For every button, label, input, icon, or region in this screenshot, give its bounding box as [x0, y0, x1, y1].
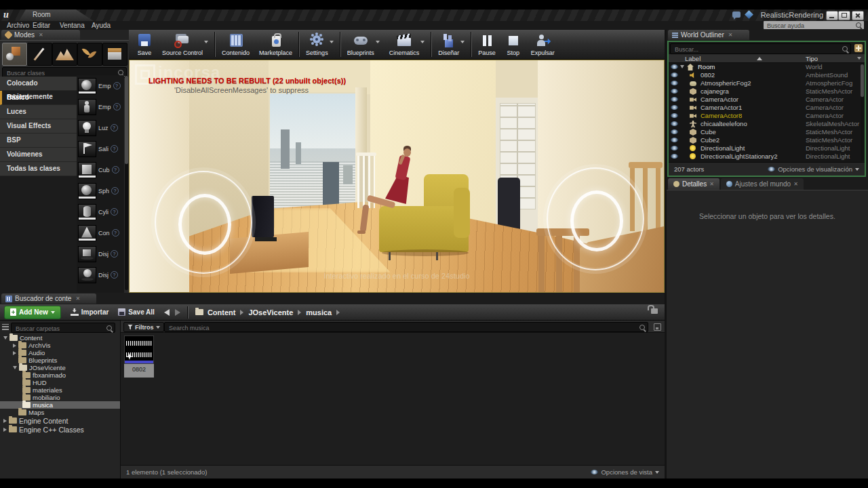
place-item-cylinder[interactable]: Cyli? — [77, 201, 124, 222]
add-new-button[interactable]: Add New — [4, 306, 61, 319]
menu-editar[interactable]: Editar — [33, 21, 50, 30]
menu-ayuda[interactable]: Ayuda — [92, 21, 111, 30]
tab-world-outliner[interactable]: World Outliner ✕ — [668, 30, 749, 40]
category-volumes[interactable]: Volúmenes — [0, 148, 77, 162]
outliner-row-cameraactor[interactable]: CameraActorCameraActor — [669, 96, 860, 104]
outliner-row-cube[interactable]: CubeStaticMeshActor — [669, 128, 860, 136]
sources-toggle-icon[interactable] — [2, 324, 9, 330]
outliner-row-cameraactor8[interactable]: CameraActor8CameraActor — [669, 112, 860, 120]
place-item-cone[interactable]: Con? — [77, 222, 124, 243]
outliner-view-options-button[interactable]: Opciones de visualización — [768, 165, 859, 173]
visibility-eye-icon[interactable] — [671, 138, 678, 142]
help-icon[interactable]: ? — [111, 208, 118, 216]
outliner-search-input[interactable] — [673, 44, 841, 55]
asset-search-input[interactable] — [167, 323, 638, 333]
folders-search-input[interactable] — [14, 323, 105, 333]
help-search[interactable] — [764, 21, 864, 29]
forward-arrow-icon[interactable] — [175, 309, 180, 316]
scrollbar-thumb[interactable] — [861, 64, 864, 97]
visibility-eye-icon[interactable] — [671, 121, 678, 126]
tree-item-fbxanimado[interactable]: fbxanimado — [0, 371, 120, 379]
visibility-eye-icon[interactable] — [671, 89, 678, 94]
maximize-button[interactable] — [838, 11, 850, 20]
visibility-eye-icon[interactable] — [671, 73, 678, 77]
menu-archivo[interactable]: Archivo — [7, 21, 29, 30]
tab-modes[interactable]: Modes ✕ — [1, 30, 80, 40]
visibility-eye-icon[interactable] — [671, 113, 678, 118]
level-viewport[interactable]: incorsa LIGHTING NEEDS TO BE REBUILT (22… — [129, 60, 665, 293]
help-icon[interactable]: ? — [113, 82, 121, 89]
category-all-classes[interactable]: Todas las clases — [0, 162, 77, 176]
expander-icon[interactable] — [13, 344, 16, 348]
help-icon[interactable]: ? — [112, 166, 119, 174]
menu-ventana[interactable]: Ventana — [60, 21, 85, 30]
help-icon[interactable]: ? — [111, 145, 118, 152]
category-bsp[interactable]: BSP — [0, 134, 77, 148]
filters-button[interactable]: Filtros — [123, 322, 164, 332]
import-button[interactable]: Importar — [71, 308, 109, 316]
help-icon[interactable]: ? — [111, 271, 118, 279]
help-icon[interactable]: ? — [113, 103, 121, 110]
mode-place-button[interactable] — [2, 43, 27, 66]
save-search-icon[interactable] — [654, 323, 661, 331]
outliner-row-0802[interactable]: 0802AmbientSound — [669, 71, 860, 79]
visibility-eye-icon[interactable] — [671, 154, 678, 159]
tree-item-engine-content[interactable]: Engine Content — [0, 416, 120, 425]
help-icon[interactable]: ? — [111, 250, 118, 258]
outliner-row-directionallightstationary2[interactable]: DirectionalLightStationary2DirectionalLi… — [669, 152, 860, 161]
scrollbar[interactable] — [125, 76, 128, 290]
category-recently-placed[interactable]: Colocado recientemente — [0, 77, 77, 91]
lock-icon[interactable] — [651, 308, 658, 314]
add-filter-icon[interactable] — [854, 44, 863, 52]
visibility-eye-icon[interactable] — [671, 105, 678, 110]
breadcrumb-musica[interactable]: musica — [306, 308, 332, 317]
chevron-down-icon[interactable] — [376, 41, 380, 43]
back-arrow-icon[interactable] — [164, 309, 170, 316]
tab-world-settings[interactable]: Ajustes del mundo ✕ — [721, 178, 804, 190]
scrollbar[interactable] — [861, 63, 864, 161]
visibility-eye-icon[interactable] — [671, 129, 678, 134]
visibility-eye-icon[interactable] — [671, 81, 678, 85]
outliner-row-room[interactable]: RoomWorld — [669, 63, 860, 71]
place-item-empty-character[interactable]: Emp? — [77, 96, 124, 117]
scrollbar-thumb[interactable] — [125, 76, 128, 164]
place-item-empty-actor[interactable]: Emp? — [77, 75, 124, 96]
outliner-row-atmosphericfog2[interactable]: AtmosphericFog2AtmosphericFog — [669, 79, 860, 87]
save-all-button[interactable]: Save All — [118, 308, 155, 316]
play-mode-button[interactable]: Diseñar — [433, 30, 469, 59]
place-item-sphere-trigger[interactable]: Disj? — [77, 264, 124, 285]
tree-item-hud[interactable]: HUD — [0, 379, 120, 386]
tab-details[interactable]: Detalles ✕ — [668, 178, 719, 190]
place-item-sphere[interactable]: Sph? — [77, 180, 124, 201]
expander-icon[interactable] — [3, 428, 7, 432]
mode-paint-button[interactable] — [27, 43, 52, 66]
column-type[interactable]: Tipo — [806, 55, 818, 62]
stop-button[interactable]: Stop — [500, 30, 526, 59]
content-browser-button[interactable]: Contenido — [217, 30, 254, 59]
tree-item-engine-cpp-classes[interactable]: Engine C++ Classes — [0, 425, 120, 434]
help-search-input[interactable] — [766, 21, 855, 30]
cinematics-button[interactable]: Cinematics — [384, 30, 430, 59]
breadcrumb-josevicente[interactable]: JOseVicente — [248, 308, 293, 317]
close-icon[interactable]: ✕ — [75, 296, 80, 302]
tab-content-browser[interactable]: Buscador de conte ✕ — [1, 293, 96, 304]
outliner-row-cajanegra[interactable]: cajanegraStaticMeshActor — [669, 87, 860, 96]
feedback-icon[interactable] — [732, 12, 741, 18]
level-tab[interactable]: Room — [19, 9, 94, 21]
view-options-button[interactable]: Opciones de vista — [591, 468, 659, 476]
visibility-eye-icon[interactable] — [671, 146, 678, 150]
settings-button[interactable]: Settings — [301, 30, 338, 59]
chevron-down-icon[interactable] — [460, 41, 465, 43]
close-icon[interactable]: ✕ — [793, 181, 798, 187]
tree-item-blueprints[interactable]: Blueprints — [0, 357, 120, 364]
outliner-row-chicaalteelefono[interactable]: chicaalteelefonoSkeletalMeshActor — [669, 120, 860, 128]
expander-icon[interactable] — [3, 419, 7, 423]
outliner-search[interactable] — [670, 43, 851, 54]
folders-search[interactable] — [11, 323, 115, 333]
crash-reporter-icon[interactable] — [745, 10, 753, 19]
expander-icon[interactable] — [13, 366, 17, 369]
source-control-button[interactable]: Source Control — [157, 30, 213, 59]
visibility-eye-icon[interactable] — [671, 97, 678, 102]
minimize-button[interactable] — [826, 11, 838, 20]
visibility-eye-icon[interactable] — [671, 64, 678, 69]
